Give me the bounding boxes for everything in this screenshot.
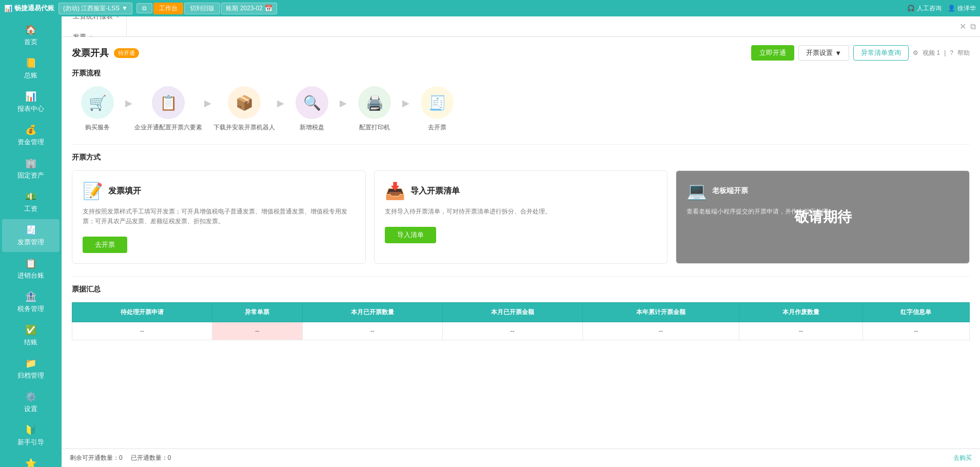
summary-col-1: 异常单票 bbox=[212, 303, 303, 322]
process-arrow: ▶ bbox=[125, 98, 132, 109]
sidebar-item-settings[interactable]: ⚙️设置 bbox=[2, 386, 60, 419]
sidebar-item-guide[interactable]: 🔰新手引导 bbox=[2, 419, 60, 452]
work-station-button[interactable]: 工作台 bbox=[153, 3, 183, 14]
restore-window-icon[interactable]: ⧉ bbox=[970, 22, 976, 31]
sidebar-item-reports[interactable]: 📊报表中心 bbox=[2, 86, 60, 119]
section-divider2 bbox=[72, 276, 970, 277]
sidebar-item-purchase[interactable]: 📋进销台账 bbox=[2, 252, 60, 285]
company-name: (勿动) 江西服室-LSS bbox=[63, 4, 120, 13]
page-actions: 立即开通 开票设置 ▼ 异常清单查询 ⚙ 视频 1 | ? 帮助 bbox=[751, 45, 970, 61]
summary-header: 待处理开票申请异常单票本月已开票数量本月已开票金额本年累计开票金额本月作废数量红… bbox=[72, 303, 970, 322]
sidebar-item-label: 发票管理 bbox=[17, 238, 44, 247]
open-settings-button[interactable]: 开票设置 ▼ bbox=[798, 45, 849, 61]
buy-link[interactable]: 去购买 bbox=[953, 454, 972, 462]
settings-label: 开票设置 bbox=[806, 48, 833, 57]
status-badge: 待开通 bbox=[114, 48, 139, 58]
sidebar-item-archive[interactable]: 📁归档管理 bbox=[2, 353, 60, 385]
support-button[interactable]: 🎧 人工咨询 bbox=[907, 4, 942, 13]
user-profile[interactable]: 👤 徐泽华 bbox=[948, 4, 976, 13]
switch-old-button[interactable]: 切到旧版 bbox=[184, 3, 220, 14]
config-icon: 📋 bbox=[160, 94, 178, 111]
process-icon-config: 📋 bbox=[152, 86, 185, 119]
process-icon-issue: 🧾 bbox=[421, 86, 454, 119]
sidebar-item-label: 结账 bbox=[24, 338, 37, 347]
sidebar-item-payroll[interactable]: 💵工资 bbox=[2, 186, 60, 219]
summary-col-5: 本月作废数量 bbox=[739, 303, 863, 322]
ledger-icon: 📒 bbox=[25, 57, 36, 69]
content-area: 首页工资表×工资统计报表×发票×发票测算×发票开具× ✕ ⧉ 发票开具 待开通 … bbox=[62, 16, 980, 467]
sidebar-item-member[interactable]: ⭐畅会员 bbox=[2, 453, 60, 467]
main-layout: 🏠首页📒总账📊报表中心💰资金管理🏢固定资产💵工资🧾发票管理📋进销台账🏦税务管理✅… bbox=[0, 16, 980, 467]
period-label: 账期 bbox=[226, 4, 238, 13]
purchase-icon: 📋 bbox=[25, 258, 36, 269]
sidebar-item-assets[interactable]: 🏢固定资产 bbox=[2, 152, 60, 185]
sidebar-item-label: 新手引导 bbox=[17, 438, 44, 447]
assets-icon: 🏢 bbox=[25, 158, 36, 169]
tax-icon: 🏦 bbox=[25, 291, 36, 302]
close-window-icon[interactable]: ✕ bbox=[959, 22, 966, 31]
calendar-icon: 📅 bbox=[265, 5, 272, 12]
method-title-import: 导入开票清单 bbox=[410, 186, 460, 197]
sidebar-item-ledger[interactable]: 📒总账 bbox=[2, 52, 60, 85]
summary-data: -------------- bbox=[72, 322, 970, 340]
import-icon: 📥 bbox=[385, 181, 405, 201]
app-logo: 📊 畅捷通易代账 bbox=[4, 4, 54, 13]
member-icon: ⭐ bbox=[25, 458, 36, 467]
process-step-add_taxdisk: 🔍 新增税盘 bbox=[286, 86, 338, 132]
company-selector[interactable]: (勿动) 江西服室-LSS ▼ bbox=[58, 3, 132, 14]
section-divider bbox=[72, 144, 970, 145]
sidebar-item-invoice[interactable]: 🧾发票管理 bbox=[2, 219, 60, 252]
payroll-icon: 💵 bbox=[25, 191, 36, 202]
sidebar-items: 🏠首页📒总账📊报表中心💰资金管理🏢固定资产💵工资🧾发票管理📋进销台账🏦税务管理✅… bbox=[0, 18, 62, 467]
summary-col-4: 本年累计开票金额 bbox=[582, 303, 739, 322]
support-label: 人工咨询 bbox=[917, 4, 942, 13]
tab-label: 工资统计报表 bbox=[73, 16, 113, 21]
sidebar-item-tax[interactable]: 🏦税务管理 bbox=[2, 286, 60, 319]
process-label-buy_service: 购买服务 bbox=[85, 123, 110, 132]
period-value: 2023-02 bbox=[240, 5, 263, 12]
summary-val-3: -- bbox=[442, 322, 582, 340]
method-header-old: 💻 老板端开票 bbox=[687, 181, 959, 201]
page-header: 发票开具 待开通 立即开通 开票设置 ▼ 异常清单查询 ⚙ 视频 1 | ? bbox=[72, 45, 970, 61]
immediate-open-button[interactable]: 立即开通 bbox=[751, 45, 794, 61]
process-step-issue: 🧾 去开票 bbox=[411, 86, 463, 132]
process-section-title: 开票流程 bbox=[72, 69, 970, 78]
method-button-manual[interactable]: 去开票 bbox=[83, 237, 127, 253]
help-divider: | bbox=[944, 49, 946, 56]
sidebar-item-home[interactable]: 🏠首页 bbox=[2, 19, 60, 52]
app-logo-icon: 📊 bbox=[4, 5, 12, 12]
tab-paystat[interactable]: 工资统计报表× bbox=[66, 16, 127, 27]
summary-section-title: 票据汇总 bbox=[72, 285, 970, 294]
summary-val-2: -- bbox=[302, 322, 442, 340]
sidebar-item-settlement[interactable]: ✅结账 bbox=[2, 319, 60, 352]
company-dropdown-icon: ▼ bbox=[122, 5, 128, 12]
process-arrow: ▶ bbox=[277, 98, 284, 109]
sidebar-item-label: 报表中心 bbox=[17, 104, 44, 113]
method-title-manual: 发票填开 bbox=[108, 186, 141, 197]
period-selector[interactable]: 账期 2023-02 📅 bbox=[221, 3, 277, 14]
settlement-icon: ✅ bbox=[25, 324, 36, 336]
reports-icon: 📊 bbox=[25, 91, 36, 102]
process-icon-download: 📦 bbox=[228, 86, 261, 119]
summary-col-0: 待处理开票申请 bbox=[72, 303, 212, 322]
process-icon-add_taxdisk: 🔍 bbox=[296, 86, 328, 119]
sidebar-item-label: 进销台账 bbox=[17, 271, 44, 280]
bottom-bar: 剩余可开通数量：0 已开通数量：0 去购买 bbox=[62, 449, 980, 467]
download-icon: 📦 bbox=[236, 94, 253, 111]
coming-soon-label: 敬请期待 bbox=[794, 207, 852, 227]
view-icon: ⚙ bbox=[913, 49, 918, 56]
manual-icon: 📝 bbox=[83, 181, 103, 201]
method-button-import[interactable]: 导入清单 bbox=[385, 227, 436, 243]
copy-button[interactable]: ⧉ bbox=[136, 3, 152, 13]
method-header-manual: 📝 发票填开 bbox=[83, 181, 355, 201]
process-step-config: 📋 企业开通配置开票六要素 bbox=[134, 86, 202, 132]
tab-close-icon[interactable]: × bbox=[116, 16, 119, 20]
page-title-area: 发票开具 待开通 bbox=[72, 47, 139, 59]
abnormal-query-button[interactable]: 异常清单查询 bbox=[853, 45, 909, 61]
sidebar-item-label: 总账 bbox=[24, 71, 37, 80]
guide-icon: 🔰 bbox=[25, 424, 36, 436]
sidebar-item-funds[interactable]: 💰资金管理 bbox=[2, 119, 60, 152]
summary-col-3: 本月已开票金额 bbox=[442, 303, 582, 322]
process-step-download: 📦 下载并安装开票机器人 bbox=[213, 86, 275, 132]
top-bar-right: 🎧 人工咨询 👤 徐泽华 bbox=[907, 4, 976, 13]
